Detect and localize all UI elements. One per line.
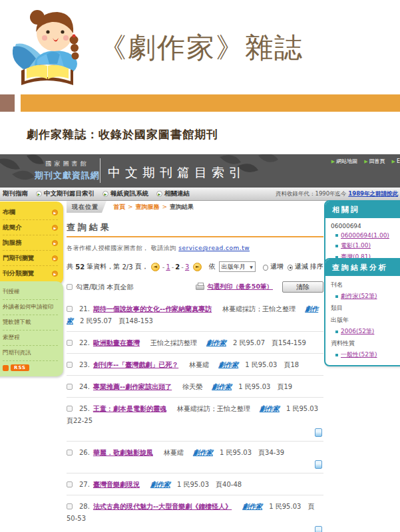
sort-asc-radio[interactable] bbox=[263, 265, 268, 271]
category-label: 類目 bbox=[331, 304, 400, 313]
result-checkbox[interactable] bbox=[67, 340, 73, 346]
page-1-link[interactable]: 1 bbox=[166, 263, 170, 271]
sort-field-select[interactable]: 出版年月▼ bbox=[219, 261, 256, 272]
rss-row: RSS bbox=[3, 361, 58, 372]
arrow-icon: ▶ bbox=[364, 159, 367, 164]
article-title-link[interactable]: 創刊序--「臺灣戲劇」已死？ bbox=[93, 361, 178, 368]
prev-page-button[interactable]: ◄ bbox=[151, 263, 160, 271]
nav-related-links[interactable]: ▶相關連結 bbox=[156, 190, 190, 198]
page-2-current: 2 bbox=[175, 263, 180, 271]
sidebar-item-search-history[interactable]: 索歷程 bbox=[3, 331, 58, 346]
journal-facet-link[interactable]: 劇作家(52筆) bbox=[341, 292, 377, 301]
result-row: 24.專業推薦--劇作家該出頭了徐天榮劇作家1 民95.03 頁19 bbox=[67, 376, 323, 398]
header-links: ▶網站地圖 ▶回首頁 ▶E bbox=[331, 158, 400, 165]
sort-desc-radio[interactable] bbox=[288, 265, 293, 271]
result-checkbox[interactable] bbox=[67, 362, 73, 368]
page-title: 《劇作家》雜誌 bbox=[99, 29, 303, 66]
play-icon: ▶ bbox=[156, 191, 162, 197]
page-3-link[interactable]: 3 bbox=[185, 263, 189, 271]
result-row: 26.華麗．歌劇魅影旋風林蔓繻劇作家1 民95.03 頁34-39 bbox=[67, 442, 323, 473]
website-screenshot: 國家圖書館 期刊文獻資訊網 中文期刊篇目索引 ▶網站地圖 ▶回首頁 ▶E 期刊指… bbox=[0, 154, 400, 460]
journal-link[interactable]: 劇作家 bbox=[150, 481, 170, 488]
article-title-link[interactable]: 法式古典的現代魅力--大型音樂劇《鐘樓怪人》 bbox=[93, 503, 232, 510]
article-title-link[interactable]: 臺灣音樂劇現況 bbox=[93, 481, 140, 488]
results-controls: 共 52 筆資料，第 2/3 頁， ◄ - 1 - 2 - 3 ► 依 出版年月… bbox=[67, 261, 323, 272]
related-terms-title: 相關詞 bbox=[325, 201, 400, 218]
library-logo[interactable]: 國家圖書館 期刊文獻資訊網 bbox=[35, 160, 100, 182]
journal-link[interactable]: 劇作家 bbox=[218, 361, 238, 368]
article-title-link[interactable]: 王童：劇本是電影的靈魂 bbox=[93, 405, 166, 412]
article-citation: 2 民95.07 頁148-153 bbox=[80, 317, 153, 325]
print-selected-link[interactable]: 勾選列印（最多50筆） bbox=[207, 283, 273, 291]
sidebar-item-journal-authorization[interactable]: 刊授權 bbox=[3, 285, 58, 300]
journal-link[interactable]: 劇作家 bbox=[193, 449, 213, 456]
result-checkbox[interactable] bbox=[67, 503, 73, 509]
pre-1989-link[interactable]: 1989年之前請按此 bbox=[348, 190, 398, 197]
breadcrumb-search-service[interactable]: 查詢服務 bbox=[136, 203, 160, 211]
play-icon: ▶ bbox=[102, 191, 108, 197]
bullet-icon bbox=[335, 234, 338, 237]
home-link[interactable]: ▶回首頁 bbox=[364, 158, 385, 165]
sidebar-item-popular-journals[interactable]: 門期刊瀏覽▶ bbox=[3, 251, 58, 266]
nav-periodical-index[interactable]: ▶中文期刊篇目索引 bbox=[36, 190, 95, 198]
bullet-icon bbox=[335, 354, 338, 356]
article-author: 林蔓繻採訪；王怡之整理 bbox=[177, 405, 250, 412]
sidebar-item-search-service[interactable]: 詢服務▶ bbox=[3, 235, 58, 251]
journal-name-label: 刊名 bbox=[331, 281, 400, 289]
journal-link[interactable]: 劇作家 bbox=[260, 405, 280, 412]
select-all-label: 勾選/取消 本頁全部 bbox=[76, 283, 134, 292]
results-list: 21.期待一個說故事的文化--作家納蘭真專訪林蔓繻採訪；王怡之整理劇作家2 民9… bbox=[67, 298, 323, 532]
nav-journal-guide[interactable]: 期刊指南 bbox=[3, 190, 28, 198]
result-row: 23.創刊序--「臺灣戲劇」已死？林蔓繻劇作家1 民95.03 頁18 bbox=[67, 354, 323, 376]
result-checkbox[interactable] bbox=[67, 384, 73, 390]
journal-link[interactable]: 劇作家 bbox=[206, 339, 226, 346]
divider-square bbox=[0, 94, 15, 112]
arrow-circle-icon: ▶ bbox=[52, 240, 58, 246]
clear-button[interactable]: 清除 bbox=[282, 281, 323, 293]
journal-link[interactable]: 劇作家 bbox=[242, 503, 262, 510]
sidebar-item-system-intro[interactable]: 統簡介▶ bbox=[3, 220, 58, 235]
sidebar-item-journal-categories[interactable]: 刊分類瀏覽▶ bbox=[3, 266, 58, 281]
contact-email-link[interactable]: service@read.com.tw bbox=[178, 245, 250, 251]
sitemap-link[interactable]: ▶網站地圖 bbox=[331, 158, 357, 165]
page-indicator: 2/3 bbox=[122, 263, 132, 271]
article-author: 林蔓繻採訪；王怡之整理 bbox=[222, 305, 296, 313]
journal-link[interactable]: 劇作家 bbox=[212, 383, 232, 390]
sidebar-item-popular-info[interactable]: 門期刊資訊 bbox=[3, 346, 58, 361]
article-title-link[interactable]: 期待一個說故事的文化--作家納蘭真專訪 bbox=[93, 305, 212, 313]
result-checkbox[interactable] bbox=[67, 450, 73, 456]
copyright-notice: 各著作權人授權國家圖書館， 敬請洽詢 service@read.com.tw bbox=[67, 244, 323, 253]
result-row: 21.期待一個說故事的文化--作家納蘭真專訪林蔓繻採訪；王怡之整理劇作家2 民9… bbox=[67, 298, 323, 332]
type-facet-link[interactable]: 一般性(52筆) bbox=[341, 350, 377, 359]
result-checkbox[interactable] bbox=[67, 406, 73, 412]
related-term-link[interactable]: 06000694(1.00) bbox=[341, 232, 389, 239]
breadcrumb-home[interactable]: 首頁 bbox=[113, 203, 125, 211]
fulltext-document-icon[interactable] bbox=[315, 526, 322, 532]
sidebar-yellow-menu: 布欄▶ 統簡介▶ 詢服務▶ 門期刊瀏覽▶ 刊分類瀏覽▶ bbox=[0, 201, 63, 285]
english-link[interactable]: ▶E bbox=[392, 158, 400, 165]
main-navigation: 期刊指南 ▶中文期刊篇目索引 ▶報紙資訊系統 ▶相關連結 資料收錄年代：1990… bbox=[0, 188, 400, 201]
related-term-link[interactable]: 電影(1.00) bbox=[341, 241, 371, 250]
library-name: 國家圖書館 bbox=[35, 160, 100, 168]
result-row: 27.臺灣音樂劇現況劇作家1 民95.03 頁40-48 bbox=[67, 473, 323, 495]
nav-newspaper-system[interactable]: ▶報紙資訊系統 bbox=[102, 190, 148, 198]
article-title-link[interactable]: 華麗．歌劇魅影旋風 bbox=[93, 449, 153, 456]
article-title-link[interactable]: 歐洲動畫在臺灣 bbox=[93, 339, 140, 346]
fulltext-document-icon[interactable] bbox=[315, 428, 322, 437]
next-page-button[interactable]: ► bbox=[193, 263, 202, 271]
bullet-icon bbox=[335, 295, 338, 298]
printer-icon bbox=[196, 285, 204, 290]
year-facet-link[interactable]: 2006(52筆) bbox=[341, 327, 374, 336]
bullet-icon bbox=[335, 331, 338, 333]
breadcrumb-current: 查詢結果 bbox=[170, 203, 194, 211]
sidebar-item-overseas-copy[interactable]: 外讀者如何申請複印 bbox=[3, 300, 58, 315]
fulltext-document-icon[interactable] bbox=[315, 460, 322, 469]
sidebar-item-bulletin[interactable]: 布欄▶ bbox=[3, 205, 58, 220]
result-checkbox[interactable] bbox=[67, 306, 73, 312]
sidebar-item-viewer-download[interactable]: 覽軟體下載 bbox=[3, 315, 58, 331]
article-title-link[interactable]: 專業推薦--劇作家該出頭了 bbox=[93, 383, 172, 390]
result-checkbox[interactable] bbox=[67, 481, 73, 487]
select-all-checkbox[interactable] bbox=[67, 284, 73, 290]
article-citation: 2 民95.07 頁154-159 bbox=[233, 339, 306, 346]
rss-badge[interactable]: RSS bbox=[11, 364, 29, 371]
